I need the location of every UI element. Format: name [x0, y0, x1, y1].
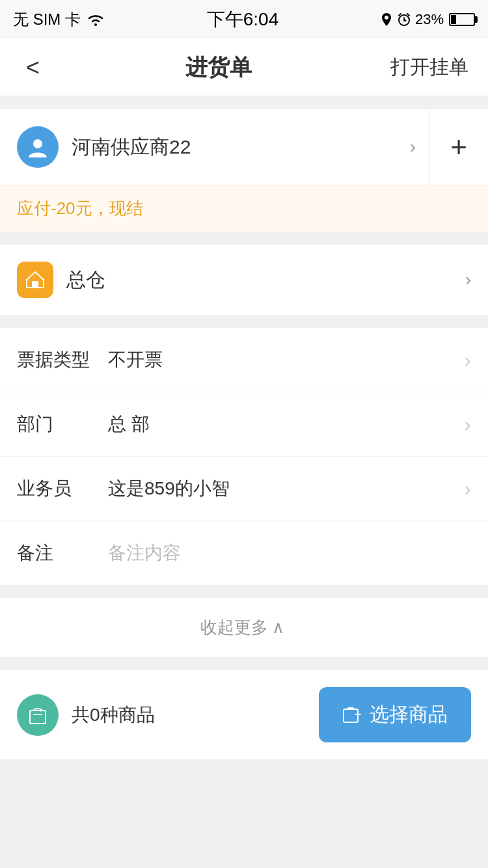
warehouse-name: 总仓 [66, 267, 459, 293]
svg-point-1 [385, 16, 388, 20]
collapse-icon: ∧ [272, 617, 284, 638]
svg-rect-4 [32, 281, 38, 288]
salesperson-label: 业务员 [17, 476, 108, 501]
back-button[interactable]: < [20, 47, 46, 88]
warehouse-section[interactable]: 总仓 › [0, 245, 488, 315]
page-title: 进货单 [185, 53, 252, 83]
product-icon [17, 694, 59, 736]
bottom-bar: 共0种商品 选择商品 [0, 670, 488, 759]
dept-chevron-icon: › [464, 413, 471, 437]
remark-row[interactable]: 备注 备注内容 [0, 521, 488, 585]
salesperson-value: 这是859的小智 [108, 476, 457, 501]
add-supplier-button[interactable]: + [429, 109, 488, 185]
collapse-button[interactable]: 收起更多 ∧ [0, 598, 488, 657]
select-product-button[interactable]: 选择商品 [319, 687, 471, 742]
invoice-chevron-icon: › [464, 348, 471, 372]
remark-input[interactable]: 备注内容 [108, 541, 471, 565]
open-pending-button[interactable]: 打开挂单 [390, 54, 468, 81]
warehouse-icon [17, 262, 53, 298]
warehouse-chevron-icon: › [465, 269, 471, 290]
dept-label: 部门 [17, 412, 108, 437]
location-icon [380, 12, 393, 27]
user-icon [26, 135, 49, 159]
product-count: 共0种商品 [72, 703, 306, 727]
wifi-icon [86, 12, 105, 27]
shopping-bag-icon [27, 704, 49, 726]
status-bar: 无 SIM 卡 下午6:04 23% [0, 0, 488, 39]
section-gap-1 [0, 96, 488, 109]
notice-bar: 应付-20元，现结 [0, 185, 488, 232]
supplier-section: 河南供应商22 › + [0, 109, 488, 185]
svg-rect-5 [30, 711, 46, 724]
dept-row[interactable]: 部门 总 部 › [0, 392, 488, 457]
add-product-icon [342, 705, 362, 725]
invoice-row[interactable]: 票据类型 不开票 › [0, 328, 488, 392]
status-left: 无 SIM 卡 [13, 9, 105, 30]
form-section: 票据类型 不开票 › 部门 总 部 › 业务员 这是859的小智 › 备注 备注… [0, 328, 488, 585]
status-right: 23% [380, 11, 475, 28]
salesperson-row[interactable]: 业务员 这是859的小智 › [0, 457, 488, 521]
svg-point-0 [94, 23, 97, 26]
invoice-value: 不开票 [108, 347, 457, 372]
battery-percent: 23% [415, 11, 444, 28]
alarm-icon [397, 12, 411, 27]
content-area [0, 759, 488, 868]
dept-value: 总 部 [108, 412, 457, 437]
supplier-selector[interactable]: 河南供应商22 › [0, 109, 429, 185]
svg-point-6 [40, 709, 42, 711]
sim-status: 无 SIM 卡 [13, 9, 81, 30]
supplier-avatar [17, 126, 59, 168]
status-time: 下午6:04 [207, 7, 279, 32]
collapse-label: 收起更多 [200, 616, 268, 639]
svg-rect-7 [344, 709, 358, 722]
home-icon [25, 269, 46, 290]
salesperson-chevron-icon: › [464, 477, 471, 501]
remark-label: 备注 [17, 541, 108, 565]
select-product-label: 选择商品 [370, 701, 448, 728]
battery-icon [449, 13, 475, 26]
supplier-name: 河南供应商22 [72, 134, 403, 161]
invoice-label: 票据类型 [17, 347, 108, 372]
svg-point-3 [33, 139, 42, 148]
nav-bar: < 进货单 打开挂单 [0, 39, 488, 96]
notice-text: 应付-20元，现结 [17, 198, 143, 218]
supplier-chevron-icon: › [410, 137, 416, 157]
